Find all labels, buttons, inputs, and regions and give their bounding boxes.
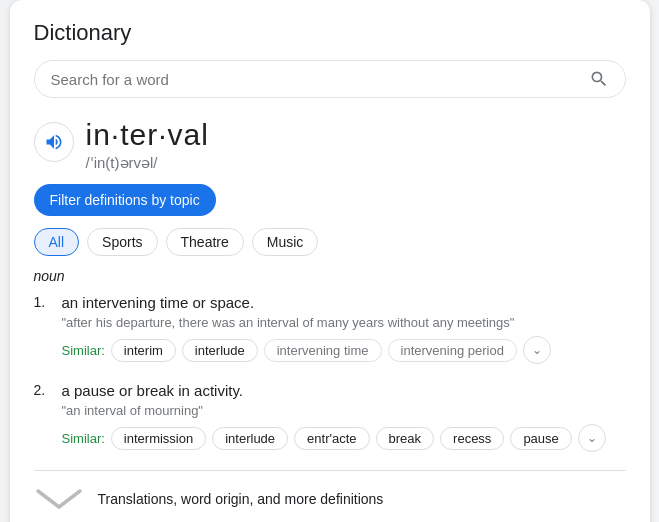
translations-row[interactable]: Translations, word origin, and more defi…	[34, 471, 626, 522]
expand-similar-button[interactable]: ⌄	[523, 336, 551, 364]
topic-tag-theatre[interactable]: Theatre	[166, 228, 244, 256]
def-content: an intervening time or space."after his …	[62, 294, 551, 364]
word-info: in·ter·val /ˈin(t)ərvəl/	[86, 118, 209, 172]
chevron-icon	[34, 485, 84, 513]
dictionary-card: Dictionary in·ter·val /ˈin(t)ərvəl/ Filt…	[10, 0, 650, 522]
speaker-icon	[44, 132, 64, 152]
definition-item: 1.an intervening time or space."after hi…	[34, 294, 626, 364]
filter-button[interactable]: Filter definitions by topic	[34, 184, 216, 216]
similar-tag[interactable]: intervening time	[264, 339, 382, 362]
similar-label: Similar:	[62, 431, 105, 446]
topic-tag-music[interactable]: Music	[252, 228, 319, 256]
similar-tag[interactable]: entr'acte	[294, 427, 369, 450]
def-number: 1.	[34, 294, 52, 364]
topic-tag-all[interactable]: All	[34, 228, 80, 256]
definition-item: 2.a pause or break in activity."an inter…	[34, 382, 626, 452]
similar-tag[interactable]: intervening period	[388, 339, 517, 362]
topic-tag-sports[interactable]: Sports	[87, 228, 157, 256]
similar-row: Similar:intermissioninterludeentr'actebr…	[62, 424, 606, 452]
similar-tag[interactable]: interlude	[182, 339, 258, 362]
similar-tag[interactable]: pause	[510, 427, 571, 450]
page-title: Dictionary	[34, 20, 626, 46]
similar-tag[interactable]: recess	[440, 427, 504, 450]
similar-tag[interactable]: interlude	[212, 427, 288, 450]
def-example: "after his departure, there was an inter…	[62, 315, 551, 330]
search-bar	[34, 60, 626, 98]
translations-text: Translations, word origin, and more defi…	[98, 491, 384, 507]
def-text: a pause or break in activity.	[62, 382, 606, 399]
search-icon	[589, 69, 609, 89]
pos-label: noun	[34, 268, 626, 284]
def-text: an intervening time or space.	[62, 294, 551, 311]
word-section: in·ter·val /ˈin(t)ərvəl/	[34, 118, 626, 172]
def-content: a pause or break in activity."an interva…	[62, 382, 606, 452]
similar-tag[interactable]: break	[376, 427, 435, 450]
similar-label: Similar:	[62, 343, 105, 358]
definitions-list: 1.an intervening time or space."after hi…	[34, 294, 626, 452]
speaker-button[interactable]	[34, 122, 74, 162]
expand-similar-button[interactable]: ⌄	[578, 424, 606, 452]
search-button[interactable]	[589, 69, 609, 89]
def-number: 2.	[34, 382, 52, 452]
similar-tag[interactable]: interim	[111, 339, 176, 362]
similar-row: Similar:interiminterludeintervening time…	[62, 336, 551, 364]
search-input[interactable]	[51, 71, 589, 88]
topic-tags: AllSportsTheatreMusic	[34, 228, 626, 256]
def-example: "an interval of mourning"	[62, 403, 606, 418]
word-display: in·ter·val	[86, 118, 209, 152]
similar-tag[interactable]: intermission	[111, 427, 206, 450]
word-phonetic: /ˈin(t)ərvəl/	[86, 154, 209, 172]
